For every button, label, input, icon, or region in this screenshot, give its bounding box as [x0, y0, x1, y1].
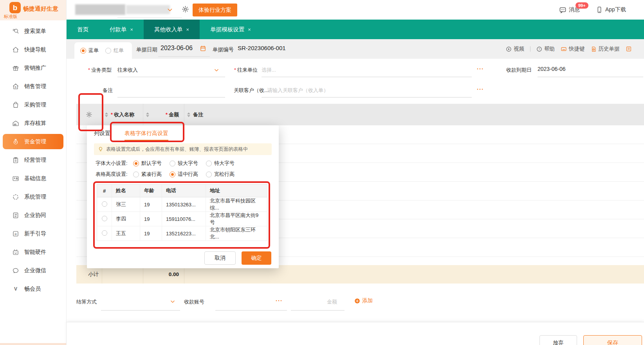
row-height-setting-row: 表格高度设置: 紧凑行高 适中行高 宽松行高 [96, 171, 242, 178]
grid-col-remark[interactable]: 备注 [184, 104, 644, 125]
video-link[interactable]: 视频 [506, 45, 524, 52]
row-height-medium-radio[interactable]: 适中行高 [170, 171, 206, 178]
sidebar-item-sales[interactable]: $ 销售管理 [0, 77, 66, 96]
radio-selected-icon [170, 172, 175, 177]
message-bubble-icon [559, 6, 566, 14]
brand-name: 畅捷通好生意 [23, 5, 58, 13]
history-docs-link[interactable]: 历史单据 [591, 45, 620, 52]
tab-other-income-doc[interactable]: 其他收入单 × [144, 20, 200, 39]
phone-icon [596, 6, 603, 13]
add-label: 添加 [362, 297, 373, 304]
settlement-amount-placeholder[interactable]: 金额 [327, 298, 337, 305]
sidebar-bottom-strip [0, 343, 66, 345]
cancel-button[interactable]: 取消 [204, 251, 236, 265]
font-size-default-radio[interactable]: 默认字号 [133, 160, 170, 167]
receive-account-ellipsis[interactable]: ··· [276, 297, 283, 304]
lightbulb-icon [98, 146, 103, 152]
due-date-label: 收款到期日 [506, 67, 532, 74]
red-doc-radio[interactable]: 红单 [105, 47, 124, 54]
smart-device-icon [12, 249, 19, 256]
doc-no-label: 单据编号 [213, 46, 234, 53]
close-icon[interactable]: × [248, 27, 251, 33]
radio-icon[interactable] [102, 230, 107, 236]
font-size-large-radio[interactable]: 较大字号 [170, 160, 206, 167]
business-type-value[interactable]: 往来收入 [117, 67, 138, 74]
sidebar-item-smart-hardware[interactable]: 智能硬件 [0, 243, 66, 261]
doc-toolbar: 蓝单 红单 单据日期 2023-06-06 单据编号 SR-20230606-0… [67, 39, 644, 59]
partner-label: *往来单位 [234, 67, 258, 74]
blue-doc-radio[interactable]: 蓝单 [80, 47, 99, 54]
partner-picker-ellipsis[interactable]: ··· [477, 65, 484, 72]
sort-icon[interactable] [146, 112, 149, 117]
radio-icon[interactable] [102, 216, 107, 221]
sidebar-item-system[interactable]: 系统管理 [0, 188, 66, 206]
sales-house-icon: $ [12, 83, 19, 90]
sidebar-item-label: 新手引导 [24, 230, 46, 237]
chevron-down-icon[interactable] [214, 67, 219, 73]
doc-date-value[interactable]: 2023-06-06 [161, 45, 193, 52]
chevron-down-icon[interactable] [167, 7, 173, 13]
grid-col-income-name[interactable]: * 收入名称 [102, 104, 143, 125]
brand-edition: 标准版 [4, 14, 18, 20]
partner-placeholder[interactable]: 选择... [262, 67, 276, 74]
row-height-loose-radio[interactable]: 宽松行高 [206, 171, 242, 178]
sidebar: b 畅捷通好生意 标准版 搜索菜单 快捷导航 营销推广 $ 销售管理 [0, 0, 67, 345]
sidebar-item-quick-nav[interactable]: 快捷导航 [0, 40, 66, 59]
play-circle-icon [506, 46, 512, 52]
row-height-compact-radio[interactable]: 紧凑行高 [133, 171, 170, 178]
app-download-entry[interactable]: App下载 [596, 0, 626, 20]
grid-col-amount[interactable]: * 金额 [143, 104, 184, 125]
sidebar-item-search-menu[interactable]: 搜索菜单 [0, 22, 66, 40]
col-label: 金额 [169, 111, 184, 118]
preview-row: 王五 19 135216223... 北京市朝阳区东三环北... [97, 226, 267, 241]
sidebar-item-collaboration[interactable]: 企业协同 [0, 206, 66, 224]
sidebar-item-newbie-guide[interactable]: 新 新手引导 [0, 224, 66, 243]
shortcuts-link[interactable]: 快捷键 [561, 45, 585, 52]
discard-button[interactable]: 放弃 [539, 335, 577, 345]
subtotal-amount: 0.00 [169, 271, 179, 277]
close-icon[interactable]: × [186, 27, 189, 33]
gear-icon[interactable] [86, 111, 92, 118]
add-settlement-line-button[interactable]: 添加 [354, 297, 373, 304]
sidebar-item-inventory[interactable]: 库存核算 [0, 114, 66, 132]
company-select-underline [117, 18, 182, 18]
related-customer-underline [262, 97, 472, 98]
sidebar-item-purchase[interactable]: 采购管理 [0, 96, 66, 114]
confirm-button[interactable]: 确定 [242, 251, 271, 265]
due-date-value[interactable]: 2023-06-06 [538, 66, 566, 72]
sidebar-item-basic-info[interactable]: 基础信息 [0, 169, 66, 188]
font-size-xlarge-radio[interactable]: 特大字号 [206, 160, 242, 167]
help-link[interactable]: ? 帮助 [536, 45, 555, 52]
keyboard-icon [561, 46, 567, 52]
radio-icon [133, 172, 139, 177]
warehouse-icon [12, 120, 19, 127]
save-button[interactable]: 保存 [583, 335, 642, 345]
remark-underline [117, 97, 225, 98]
sort-icon[interactable] [187, 112, 190, 117]
sort-icon[interactable] [105, 112, 108, 117]
sidebar-item-label: 经营管理 [24, 157, 46, 164]
tab-font-row-height-settings[interactable]: 表格字体行高设置 [124, 130, 168, 141]
sidebar-item-operations[interactable]: 经营管理 [0, 151, 66, 169]
experience-industry-button[interactable]: 体验行业方案 [193, 4, 237, 16]
gear-icon[interactable] [182, 5, 189, 13]
red-doc-label: 红单 [114, 47, 124, 54]
chevron-down-icon[interactable] [170, 299, 175, 304]
calendar-icon[interactable] [200, 45, 206, 52]
app-root: b 畅捷通好生意 标准版 搜索菜单 快捷导航 营销推广 $ 销售管理 [0, 0, 644, 345]
tab-home[interactable]: 首页 [67, 20, 99, 39]
clipped-toolbar-icon[interactable] [626, 46, 632, 52]
related-customer-placeholder[interactable]: 请输入关联客户（收入单） [267, 87, 328, 94]
col-age: 年龄 [140, 184, 162, 197]
tab-payment-doc[interactable]: 付款单 × [99, 20, 144, 39]
sidebar-item-funds[interactable]: ¥ 资金管理 [3, 134, 63, 149]
tab-column-settings[interactable]: 列设置 [94, 130, 110, 141]
sidebar-item-wecom[interactable]: 企业微信 [0, 261, 66, 280]
svg-text:V: V [14, 286, 17, 292]
radio-icon[interactable] [102, 201, 107, 207]
sidebar-item-member[interactable]: V 畅会员 [0, 280, 66, 298]
related-customer-ellipsis[interactable]: ··· [477, 86, 484, 92]
sidebar-item-marketing[interactable]: 营销推广 [0, 59, 66, 77]
close-icon[interactable]: × [130, 27, 133, 33]
tab-template-settings[interactable]: 单据模板设置 × [200, 20, 262, 39]
